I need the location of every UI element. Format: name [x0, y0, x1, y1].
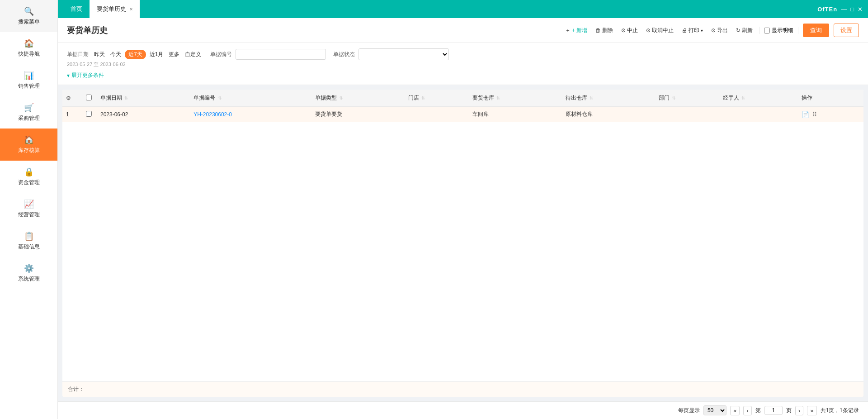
date-btn-今天[interactable]: 今天 [108, 50, 123, 59]
date-range-display: 2023-05-27 至 2023-06-02 [67, 61, 859, 68]
col-header-action: 操作 [798, 90, 863, 107]
sidebar-item-search[interactable]: 🔍搜索菜单 [0, 0, 57, 32]
cell-doc-no: YH-20230602-0 [190, 107, 311, 122]
col-dest-warehouse-label: 待出仓库 [566, 95, 587, 101]
tab-order-history-close[interactable]: × [130, 6, 132, 12]
prev-page-btn[interactable]: ‹ [743, 406, 751, 415]
top-bar-right: OfTEn — □ ✕ [817, 6, 863, 13]
current-page-input[interactable] [764, 406, 783, 415]
select-all-checkbox[interactable] [86, 95, 92, 100]
refresh-icon: ↻ [736, 27, 741, 33]
sidebar-item-finance[interactable]: 🔒资金管理 [0, 161, 57, 193]
cancel-stop-btn[interactable]: ⊙ 取消中止 [644, 26, 675, 35]
window-minimize-btn[interactable]: — [841, 6, 847, 13]
date-btn-近1月[interactable]: 近1月 [148, 50, 165, 59]
col-header-handler: 经手人 ⇅ [719, 90, 798, 107]
table-header-row: ⚙ 单据日期 ⇅ 单据编号 ⇅ [62, 90, 863, 107]
sidebar-item-label: 快捷导航 [18, 50, 40, 58]
sidebar-item-sales[interactable]: 📊销售管理 [0, 64, 57, 96]
col-dept-sort-icon[interactable]: ⇅ [672, 95, 675, 100]
expand-more-btn[interactable]: ▾ 展开更多条件 [67, 71, 859, 79]
query-button[interactable]: 查询 [803, 24, 829, 37]
col-checkbox [80, 90, 97, 107]
finance-icon: 🔒 [24, 167, 34, 177]
doc-no-link[interactable]: YH-20230602-0 [193, 111, 232, 118]
cell-dest-warehouse: 原材料仓库 [562, 107, 655, 122]
tab-order-history[interactable]: 要货单历史× [90, 0, 140, 18]
doc-no-input[interactable] [236, 49, 326, 60]
page-size-select[interactable]: 102050100 [703, 405, 726, 415]
date-btn-更多[interactable]: 更多 [167, 50, 181, 59]
filter-row-1: 单据日期 昨天今天近7天近1月更多自定义 单据编号 单据状态 [67, 48, 859, 60]
data-table: ⚙ 单据日期 ⇅ 单据编号 ⇅ [62, 90, 863, 122]
cell-check [80, 107, 97, 122]
cell-num: 1 [62, 107, 80, 122]
sidebar-item-purchase[interactable]: 🛒采购管理 [0, 96, 57, 129]
first-page-btn[interactable]: « [730, 406, 740, 415]
sidebar-item-operation[interactable]: 📈经营管理 [0, 193, 57, 225]
new-btn[interactable]: ＋ + 新增 [563, 26, 589, 35]
quick-nav-icon: 🏠 [24, 38, 34, 48]
tab-home[interactable]: 首页 [63, 0, 90, 18]
settings-button[interactable]: 设置 [834, 24, 859, 37]
date-filter-buttons: 昨天今天近7天近1月更多自定义 [92, 50, 203, 59]
display-detail-toggle[interactable]: 显示明细 [764, 27, 793, 34]
display-detail-checkbox[interactable] [764, 28, 770, 33]
delete-btn[interactable]: 🗑 删除 [594, 26, 615, 35]
table-settings-icon[interactable]: ⚙ [66, 95, 71, 101]
col-handler-sort-icon[interactable]: ⇅ [741, 95, 745, 100]
stop-btn[interactable]: ⊘ 中止 [619, 26, 640, 35]
window-maximize-btn[interactable]: □ [850, 6, 854, 13]
action-view-btn[interactable]: 📄 [802, 111, 809, 118]
new-icon: ＋ [565, 27, 571, 34]
table-footer: 合计： [62, 381, 863, 397]
date-btn-自定义[interactable]: 自定义 [183, 50, 203, 59]
col-header-dest-warehouse: 待出仓库 ⇅ [562, 90, 655, 107]
sidebar-item-label: 基础信息 [18, 243, 40, 251]
sidebar-item-basic[interactable]: 📋基础信息 [0, 225, 57, 257]
sidebar-item-quick-nav[interactable]: 🏠快捷导航 [0, 32, 57, 64]
cell-handler [719, 107, 798, 122]
col-header-date: 单据日期 ⇅ [97, 90, 190, 107]
sidebar-item-inventory[interactable]: 🏠库存核算 [0, 129, 57, 161]
refresh-btn[interactable]: ↻ 刷新 [734, 26, 755, 35]
cell-store [405, 107, 469, 122]
window-close-btn[interactable]: ✕ [858, 6, 863, 13]
expand-icon: ▾ [67, 72, 70, 79]
print-icon: 🖨 [682, 27, 687, 33]
doc-no-label: 单据编号 [210, 51, 232, 58]
sidebar-item-label: 搜索菜单 [18, 18, 40, 26]
export-btn[interactable]: ⊙ 导出 [709, 26, 730, 35]
col-action-label: 操作 [802, 95, 812, 101]
filter-area: 单据日期 昨天今天近7天近1月更多自定义 单据编号 单据状态 2023-05-2… [58, 43, 868, 85]
col-header-doc-type: 单据类型 ⇅ [311, 90, 405, 107]
action-more-btn[interactable]: ⠿ [812, 111, 817, 118]
status-select[interactable] [359, 48, 449, 60]
total-label: 共1页，1条记录 [821, 407, 859, 414]
col-doc-type-label: 单据类型 [315, 95, 337, 101]
cell-action: 📄 ⠿ [798, 107, 863, 122]
date-filter-group: 单据日期 昨天今天近7天近1月更多自定义 [67, 50, 203, 59]
sidebar-item-label: 系统管理 [18, 275, 40, 283]
page-header: 要货单历史 ＋ + 新增 🗑 删除 ⊘ 中止 ⊙ 取消中止 [58, 18, 868, 43]
col-req-warehouse-sort-icon[interactable]: ⇅ [496, 95, 500, 100]
status-filter-group: 单据状态 [333, 48, 449, 60]
next-page-btn[interactable]: › [795, 406, 803, 415]
date-btn-近7天[interactable]: 近7天 [125, 50, 146, 59]
last-page-btn[interactable]: » [807, 406, 816, 415]
date-filter-label: 单据日期 [67, 51, 89, 58]
print-btn[interactable]: 🖨 打印 ▾ [680, 26, 705, 35]
top-navigation-bar: 首页要货单历史× OfTEn — □ ✕ [58, 0, 868, 18]
col-dest-warehouse-sort-icon[interactable]: ⇅ [590, 95, 593, 100]
col-date-sort-icon[interactable]: ⇅ [124, 95, 128, 100]
date-btn-昨天[interactable]: 昨天 [92, 50, 107, 59]
sidebar-item-label: 销售管理 [18, 82, 40, 90]
col-doc-type-sort-icon[interactable]: ⇅ [339, 95, 343, 100]
col-doc-no-sort-icon[interactable]: ⇅ [218, 95, 222, 100]
row-checkbox[interactable] [86, 111, 92, 117]
col-store-sort-icon[interactable]: ⇅ [421, 95, 425, 100]
table-row: 1 2023-06-02 YH-20230602-0 要货单要货 车间库 原材料… [62, 107, 863, 122]
page-label: 第 [755, 407, 761, 414]
sidebar-item-system[interactable]: ⚙️系统管理 [0, 257, 57, 289]
doc-no-filter-group: 单据编号 [210, 49, 326, 60]
